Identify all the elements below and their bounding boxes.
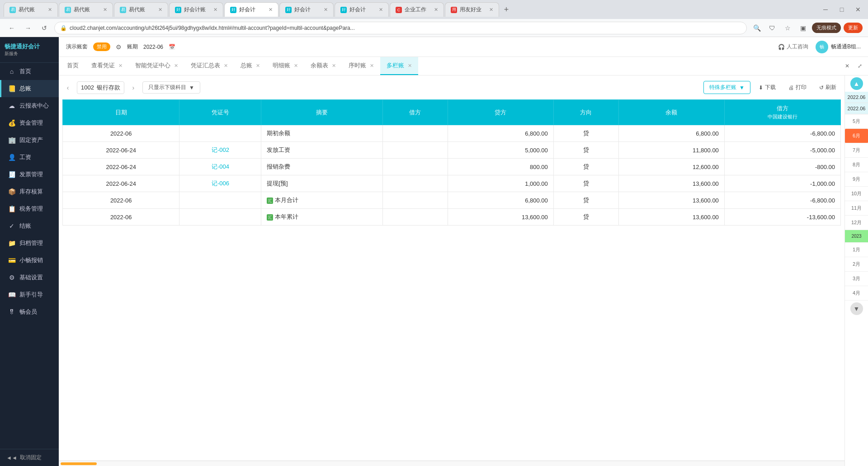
timeline-month-apr-2023[interactable]: 4月: [845, 286, 868, 301]
sidebar-item-ledger[interactable]: 📒 总账: [0, 80, 59, 97]
timeline-month-december[interactable]: 12月: [845, 216, 868, 230]
timeline-month-july[interactable]: 7月: [845, 143, 868, 158]
timeline-month-september[interactable]: 9月: [845, 172, 868, 187]
tab-balance-sheet[interactable]: 余额表 ✕: [304, 57, 342, 75]
minimize-button[interactable]: ─: [819, 3, 832, 16]
tab-9-close[interactable]: ✕: [489, 7, 493, 13]
browser-tab-1[interactable]: 易 易代账 ✕: [4, 2, 58, 17]
tab-view-voucher[interactable]: 查看凭证 ✕: [85, 57, 129, 75]
timeline-scroll-down-button[interactable]: ▼: [850, 302, 863, 315]
sidebar-item-invoice[interactable]: 🧾 发票管理: [0, 166, 59, 183]
tab-multi-col-ledger[interactable]: 多栏账 ✕: [380, 57, 418, 75]
timeline-month-november[interactable]: 11月: [845, 201, 868, 216]
tab-detail-ledger[interactable]: 明细账 ✕: [266, 57, 304, 75]
browser-tab-4[interactable]: 好 好会计账 ✕: [169, 2, 223, 17]
scrollbar-thumb[interactable]: [61, 462, 97, 465]
cell-voucher-2[interactable]: 记-004: [179, 159, 261, 175]
no-trace-button[interactable]: 无痕模式: [812, 23, 841, 33]
search-icon[interactable]: 🔍: [750, 22, 763, 34]
new-tab-button[interactable]: +: [500, 3, 513, 16]
url-input[interactable]: 🔒 cloud2.chanjet.com/accounting/uh26t264…: [54, 22, 747, 34]
tab-voucher-summary[interactable]: 凭证汇总表 ✕: [184, 57, 234, 75]
cell-voucher-1[interactable]: 记-002: [179, 142, 261, 159]
timeline-month-may[interactable]: 5月: [845, 114, 868, 129]
next-account-button[interactable]: ›: [128, 82, 139, 93]
sidebar-item-tax[interactable]: 📋 税务管理: [0, 200, 59, 217]
sidebar-item-expense[interactable]: 💳 小畅报销: [0, 252, 59, 269]
tab-balance-sheet-close[interactable]: ✕: [332, 63, 336, 69]
tab-multi-col-ledger-close[interactable]: ✕: [408, 63, 412, 69]
sidebar-toggle-button[interactable]: ▣: [797, 22, 809, 34]
sidebar-item-member[interactable]: 🎖 畅会员: [0, 303, 59, 320]
tab-8-close[interactable]: ✕: [434, 7, 438, 13]
tab-general-ledger[interactable]: 总账 ✕: [234, 57, 266, 75]
sidebar-item-close-accounts[interactable]: ✓ 结账: [0, 217, 59, 235]
consulting-button[interactable]: 🎧 人工咨询: [778, 43, 808, 51]
tab-sequence-ledger-close[interactable]: ✕: [370, 63, 374, 69]
timeline-month-jan-2023[interactable]: 1月: [845, 243, 868, 257]
tab-3-close[interactable]: ✕: [158, 7, 162, 13]
account-selector[interactable]: 1002 银行存款: [77, 81, 124, 94]
download-button[interactable]: ⬇ 下载: [754, 81, 780, 94]
sidebar-item-guide[interactable]: 📖 新手引导: [0, 286, 59, 303]
tab-sequence-ledger[interactable]: 序时账 ✕: [342, 57, 380, 75]
browser-tab-3[interactable]: 易 易代账 ✕: [114, 2, 168, 17]
maximize-button[interactable]: □: [835, 3, 848, 16]
shield-icon[interactable]: 🛡: [766, 22, 778, 34]
tab-general-ledger-close[interactable]: ✕: [256, 63, 260, 69]
browser-tab-5[interactable]: 好 好会计 ✕: [224, 2, 278, 17]
tab-detail-ledger-close[interactable]: ✕: [294, 63, 298, 69]
sidebar-item-home[interactable]: ⌂ 首页: [0, 63, 59, 80]
tab-smart-voucher-close[interactable]: ✕: [174, 63, 178, 69]
tab-smart-voucher[interactable]: 智能凭证中心 ✕: [129, 57, 184, 75]
settings-gear-icon[interactable]: ⚙: [116, 43, 122, 51]
sidebar-item-inventory[interactable]: 📦 库存核算: [0, 183, 59, 200]
browser-tab-2[interactable]: 易 易代账 ✕: [59, 2, 113, 17]
sidebar-item-settings[interactable]: ⚙ 基础设置: [0, 269, 59, 286]
tab-voucher-summary-close[interactable]: ✕: [224, 63, 228, 69]
tab-1-close[interactable]: ✕: [48, 7, 52, 13]
calendar-icon[interactable]: 📅: [169, 44, 175, 50]
multi-col-button[interactable]: 特殊多栏账 ▼: [703, 81, 750, 94]
tab-4-close[interactable]: ✕: [213, 7, 217, 13]
tab-2-close[interactable]: ✕: [103, 7, 107, 13]
expand-button[interactable]: ⤢: [854, 60, 866, 72]
sidebar-item-capital[interactable]: 💰 资金管理: [0, 114, 59, 132]
tab-view-voucher-close[interactable]: ✕: [118, 63, 123, 69]
unpin-button[interactable]: ◄◄ 取消固定: [0, 449, 59, 466]
back-button[interactable]: ←: [5, 22, 18, 34]
prev-account-button[interactable]: ‹: [62, 82, 73, 93]
timeline-month-mar-2023[interactable]: 3月: [845, 272, 868, 286]
forward-button[interactable]: →: [22, 22, 34, 34]
sidebar-item-fixed-assets[interactable]: 🏢 固定资产: [0, 132, 59, 149]
sidebar-item-salary[interactable]: 👤 工资: [0, 149, 59, 166]
user-area[interactable]: 畅 畅通通B组...: [816, 41, 861, 53]
horizontal-scrollbar[interactable]: [59, 461, 844, 466]
tab-7-close[interactable]: ✕: [379, 7, 383, 13]
cell-voucher-3[interactable]: 记-006: [179, 175, 261, 192]
star-icon[interactable]: ☆: [781, 22, 794, 34]
close-window-button[interactable]: ✕: [852, 3, 864, 16]
sub-account-filter[interactable]: 只显示下级科目 ▼: [142, 81, 200, 94]
tab-6-close[interactable]: ✕: [324, 7, 328, 13]
refresh-ledger-button[interactable]: ↺ 刷新: [815, 81, 841, 94]
sidebar-item-cloud-report[interactable]: ☁ 云报表中心: [0, 97, 59, 114]
timeline-month-october[interactable]: 10月: [845, 187, 868, 201]
browser-tab-9[interactable]: 用 用友好业 ✕: [445, 2, 499, 17]
timeline-month-feb-2023[interactable]: 2月: [845, 257, 868, 272]
timeline-month-august[interactable]: 8月: [845, 158, 868, 172]
sidebar-item-archive[interactable]: 📁 归档管理: [0, 235, 59, 252]
voucher-link-2[interactable]: 记-004: [212, 163, 229, 170]
collapse-left-button[interactable]: ✕: [841, 60, 854, 72]
update-button[interactable]: 更新: [844, 23, 863, 33]
browser-tab-8[interactable]: C 企业工作 ✕: [390, 2, 444, 17]
voucher-link-3[interactable]: 记-006: [212, 180, 229, 187]
refresh-page-button[interactable]: ↺: [38, 22, 51, 34]
timeline-month-june[interactable]: 6月: [845, 129, 868, 143]
tab-home[interactable]: 首页: [61, 57, 85, 75]
voucher-link-1[interactable]: 记-002: [212, 146, 229, 153]
browser-tab-6[interactable]: 好 好会计 ✕: [279, 2, 334, 17]
browser-tab-7[interactable]: 好 好会计 ✕: [335, 2, 389, 17]
print-button[interactable]: 🖨 打印: [784, 81, 811, 94]
timeline-scroll-up-button[interactable]: ▲: [850, 77, 863, 90]
